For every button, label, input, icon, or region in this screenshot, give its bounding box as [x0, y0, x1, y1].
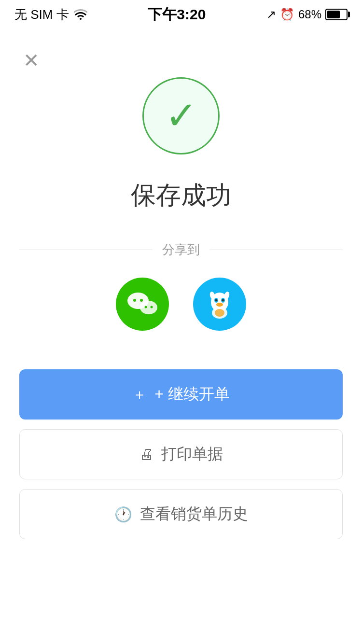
history-icon: 🕐	[114, 506, 132, 523]
wechat-share-button[interactable]	[116, 278, 169, 331]
checkmark-icon: ✓	[165, 97, 197, 135]
qq-icon	[204, 289, 236, 320]
qq-share-button[interactable]	[193, 278, 246, 331]
status-bar: 无 SIM 卡 下午3:20 ↗ ⏰ 68%	[0, 0, 362, 29]
battery-icon	[325, 9, 348, 20]
carrier-text: 无 SIM 卡	[14, 6, 69, 23]
divider-container: 分享到	[19, 241, 343, 258]
share-section: 分享到	[19, 241, 343, 331]
status-right: ↗ ⏰ 68%	[266, 8, 348, 21]
divider-left	[19, 250, 153, 250]
share-icons	[116, 278, 246, 331]
history-label: 查看销货单历史	[140, 504, 248, 525]
print-icon: 🖨	[139, 446, 153, 462]
svg-point-10	[222, 299, 224, 301]
alarm-icon: ⏰	[280, 8, 294, 21]
svg-point-3	[140, 299, 143, 302]
wifi-icon	[74, 9, 87, 20]
main-content: ✕ ✓ 保存成功 分享到	[0, 29, 362, 644]
svg-point-5	[151, 306, 153, 308]
divider-right	[209, 250, 343, 250]
svg-point-1	[140, 301, 157, 314]
share-label: 分享到	[162, 241, 200, 258]
status-carrier: 无 SIM 卡	[14, 6, 87, 23]
status-time: 下午3:20	[148, 5, 206, 25]
battery-percent: 68%	[298, 8, 321, 21]
close-button[interactable]: ✕	[19, 48, 43, 72]
continue-label: + 继续开单	[154, 384, 230, 405]
plus-icon: ＋	[132, 385, 147, 405]
continue-button[interactable]: ＋ + 继续开单	[19, 369, 343, 420]
svg-point-4	[145, 306, 147, 308]
svg-point-13	[215, 309, 224, 317]
print-button[interactable]: 🖨 打印单据	[19, 429, 343, 479]
svg-point-2	[133, 299, 136, 302]
actions-container: ＋ + 继续开单 🖨 打印单据 🕐 查看销货单历史	[19, 369, 343, 539]
success-title: 保存成功	[131, 179, 231, 212]
success-circle: ✓	[142, 77, 220, 154]
history-button[interactable]: 🕐 查看销货单历史	[19, 489, 343, 539]
wechat-icon	[125, 287, 159, 321]
print-label: 打印单据	[161, 444, 223, 465]
battery-fill	[327, 11, 340, 18]
svg-point-8	[215, 299, 217, 301]
svg-point-11	[216, 303, 223, 307]
location-icon: ↗	[266, 8, 276, 21]
close-icon: ✕	[23, 51, 40, 70]
